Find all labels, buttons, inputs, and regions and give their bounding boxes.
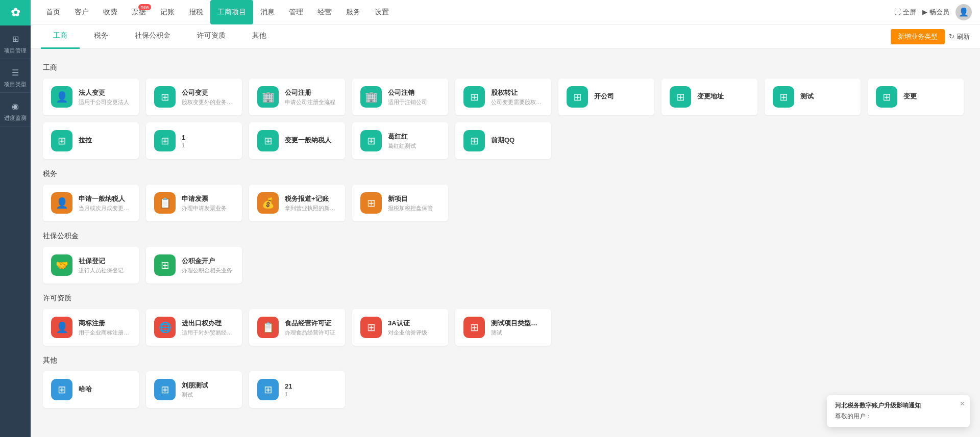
subtab-tax[interactable]: 税务: [82, 24, 120, 49]
main-area: 首页 客户 收费 票据 new 记账 报税 工商项目 消息 管理 经营 服务 设…: [31, 0, 980, 437]
sidebar-item-label: 进度监测: [4, 114, 27, 122]
card-icon-fund-account: ⊞: [154, 254, 176, 276]
card-title: 申请发票: [182, 194, 234, 203]
card-food-license[interactable]: 📋 食品经营许可证 办理食品经营许可证: [249, 309, 345, 346]
nav-customer[interactable]: 客户: [67, 0, 96, 24]
card-title: 葛红红: [388, 132, 440, 141]
card-icon-lala: ⊞: [51, 130, 72, 151]
nav-settings[interactable]: 设置: [368, 0, 396, 24]
sub-tabs-right: 新增业务类型 ↻ 刷新: [891, 29, 970, 44]
card-import-export[interactable]: 🌐 进出口权办理 适用于对外贸易经营者: [146, 309, 242, 346]
card-social-register[interactable]: 🤝 社保登记 进行人员社保登记: [43, 247, 139, 284]
card-pre-qq[interactable]: ⊞ 前期QQ: [455, 122, 551, 159]
nav-invoice[interactable]: 票据 new: [125, 0, 153, 24]
card-gehonghong[interactable]: ⊞ 葛红红 葛红红测试: [352, 122, 448, 159]
nav-message[interactable]: 消息: [253, 0, 282, 24]
progress-monitor-icon: ◉: [7, 99, 23, 113]
nav-service[interactable]: 服务: [339, 0, 368, 24]
card-haha[interactable]: ⊞ 哈哈: [43, 371, 139, 408]
card-item21[interactable]: ⊞ 21 1: [249, 371, 345, 408]
card-icon-equity-transfer: ⊞: [463, 86, 485, 108]
nav-billing[interactable]: 收费: [96, 0, 125, 24]
member-btn[interactable]: ▶ 畅会员: [922, 8, 949, 17]
card-title: 股权转让: [491, 88, 543, 97]
card-item1[interactable]: ⊞ 1 1: [146, 122, 242, 159]
logo[interactable]: ✿: [0, 0, 31, 25]
card-title: 开公司: [594, 92, 646, 101]
card-desc: 办理申请发票业务: [182, 204, 234, 212]
card-desc: 适用于注销公司: [388, 98, 440, 106]
card-icon-gehonghong: ⊞: [360, 130, 382, 151]
new-badge: new: [138, 4, 151, 10]
card-desc: 葛红红测试: [388, 142, 440, 150]
card-company-register[interactable]: 🏢 公司注册 申请公司注册全流程: [249, 79, 345, 115]
card-icon-item21: ⊞: [257, 379, 279, 400]
card-change-taxpayer[interactable]: ⊞ 变更一般纳税人: [249, 122, 345, 159]
card-fund-account[interactable]: ⊞ 公积金开户 办理公积金相关业务: [146, 247, 242, 284]
card-change-address[interactable]: ⊞ 变更地址: [662, 79, 757, 115]
card-new-project[interactable]: ⊞ 新项目 报税加税控盘保管: [352, 185, 448, 221]
refresh-button[interactable]: ↻ 刷新: [949, 32, 970, 41]
card-legal-change[interactable]: 👤 法人变更 适用于公司变更法人: [43, 79, 139, 115]
new-type-button[interactable]: 新增业务类型: [891, 29, 945, 44]
topnav-right: ⛶ 全屏 ▶ 畅会员 👤: [894, 4, 972, 20]
card-tax-report[interactable]: 💰 税务报道+记账 拿到营业执照的新公司: [249, 185, 345, 221]
card-title: 哈哈: [79, 384, 131, 394]
card-lala[interactable]: ⊞ 拉拉: [43, 122, 139, 159]
sidebar-item-label: 项目管理: [4, 47, 27, 55]
nav-manage[interactable]: 管理: [282, 0, 310, 24]
card-title: 法人变更: [79, 88, 131, 97]
card-change[interactable]: ⊞ 变更: [868, 79, 964, 115]
fullscreen-icon: ⛶: [894, 8, 901, 16]
notification-popup: × 河北税务数字账户升级影响通知 尊敬的用户：: [827, 395, 970, 427]
sidebar-item-project-type[interactable]: ☰ 项目类型: [0, 59, 31, 93]
nav-home[interactable]: 首页: [39, 0, 67, 24]
sidebar-item-project-manage[interactable]: ⊞ 项目管理: [0, 25, 31, 59]
topnav: 首页 客户 收费 票据 new 记账 报税 工商项目 消息 管理 经营 服务 设…: [31, 0, 980, 24]
card-title: 公司注册: [285, 88, 337, 97]
subtab-license[interactable]: 许可资质: [185, 24, 238, 49]
card-test[interactable]: ⊞ 测试: [765, 79, 861, 115]
notification-close[interactable]: ×: [960, 399, 965, 408]
sidebar: ✿ ⊞ 项目管理 ☰ 项目类型 ◉ 进度监测: [0, 0, 31, 437]
subtab-other[interactable]: 其他: [240, 24, 279, 49]
card-title: 测试: [800, 92, 852, 101]
card-company-cancel[interactable]: 🏢 公司注销 适用于注销公司: [352, 79, 448, 115]
card-title: 进出口权办理: [182, 319, 234, 328]
card-title: 前期QQ: [491, 136, 543, 145]
card-title: 1: [182, 134, 234, 141]
card-icon-change: ⊞: [876, 86, 897, 108]
avatar[interactable]: 👤: [955, 4, 972, 20]
card-icon-company-change: ⊞: [154, 86, 176, 108]
card-apply-invoice[interactable]: 📋 申请发票 办理申请发票业务: [146, 185, 242, 221]
card-liupeng-test[interactable]: ⊞ 刘朋测试 测试: [146, 371, 242, 408]
card-test-type[interactable]: ⊞ 测试项目类型目定义 测试: [455, 309, 551, 346]
nav-tax[interactable]: 报税: [182, 0, 210, 24]
card-open-company[interactable]: ⊞ 开公司: [558, 79, 654, 115]
card-desc: 对企业信誉评级: [388, 329, 440, 337]
subtab-social[interactable]: 社保公积金: [122, 24, 183, 49]
card-equity-transfer[interactable]: ⊞ 股权转让 公司变更需要股权转让: [455, 79, 551, 115]
card-3a-cert[interactable]: ⊞ 3A认证 对企业信誉评级: [352, 309, 448, 346]
nav-operation[interactable]: 经营: [310, 0, 339, 24]
nav-industry[interactable]: 工商项目: [210, 0, 253, 24]
card-company-change[interactable]: ⊞ 公司变更 股权变更外的业务变更: [146, 79, 242, 115]
card-apply-taxpayer[interactable]: 👤 申请一般纳税人 当月或次月成变更完成: [43, 185, 139, 221]
card-icon-haha: ⊞: [51, 379, 72, 400]
fullscreen-btn[interactable]: ⛶ 全屏: [894, 8, 916, 17]
card-icon-import-export: 🌐: [154, 317, 176, 338]
card-icon-test: ⊞: [773, 86, 794, 108]
main-scroll[interactable]: 工商 👤 法人变更 适用于公司变更法人 ⊞ 公司变更 股权变更外的业务变更: [31, 49, 980, 437]
nav-accounting[interactable]: 记账: [153, 0, 182, 24]
card-icon-open-company: ⊞: [567, 86, 588, 108]
card-title: 公司变更: [182, 88, 234, 97]
card-icon-social-register: 🤝: [51, 254, 72, 276]
card-trademark[interactable]: 👤 商标注册 用于企业商标注册服务: [43, 309, 139, 346]
sidebar-item-progress-monitor[interactable]: ◉ 进度监测: [0, 93, 31, 126]
subtab-industry[interactable]: 工商: [41, 24, 80, 49]
card-icon-apply-taxpayer: 👤: [51, 192, 72, 214]
project-type-icon: ☰: [7, 65, 23, 80]
card-icon-pre-qq: ⊞: [463, 130, 485, 151]
cards-tax: 👤 申请一般纳税人 当月或次月成变更完成 📋 申请发票 办理申请发票业务 💰: [43, 185, 968, 221]
section-title-license: 许可资质: [43, 294, 968, 303]
